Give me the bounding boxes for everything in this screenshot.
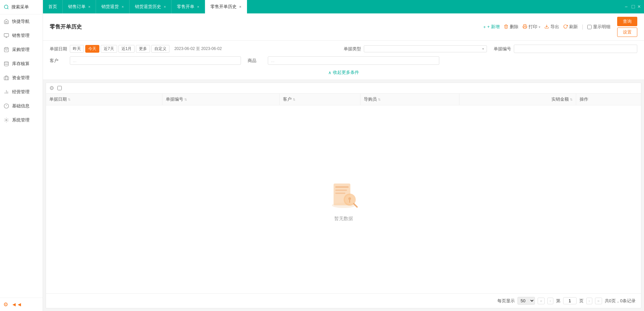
tab-bar: 首页 销售订单 × 销货退货 × 销货退货历史 × 零售开单 × 零售开单历史 …	[43, 0, 644, 13]
tab-retail-open-close[interactable]: ×	[197, 5, 199, 9]
refresh-button[interactable]: 刷新	[563, 24, 578, 30]
col-customer-sort[interactable]: 客户 ⇅	[283, 96, 295, 102]
show-detail-checkbox[interactable]	[587, 25, 592, 29]
sidebar-item-inventory[interactable]: 库存核算	[0, 57, 43, 71]
pagination: 每页显示 50 100 200 « ‹ 第 页 › » 共0页，0条记录	[46, 293, 641, 308]
tab-sales-order[interactable]: 销售订单 ×	[63, 0, 96, 13]
tab-home[interactable]: 首页	[43, 0, 63, 13]
sidebar-item-system[interactable]: 系统管理	[0, 113, 43, 127]
sidebar-item-basic-info[interactable]: 基础信息	[0, 99, 43, 113]
tab-bar-actions: － □ ×	[620, 3, 644, 10]
col-customer[interactable]: 客户 ⇅	[279, 94, 360, 105]
date-btn-custom[interactable]: 自定义	[151, 45, 169, 53]
date-btn-today[interactable]: 今天	[85, 45, 99, 53]
tab-sales-return-close[interactable]: ×	[121, 5, 123, 9]
select-all-checkbox[interactable]	[57, 86, 62, 90]
tab-retail-open-history-label: 零售开单历史	[210, 4, 237, 10]
tab-retail-open[interactable]: 零售开单 ×	[171, 0, 205, 13]
collapse-button[interactable]: ∧ 收起更多条件	[328, 69, 359, 75]
svg-rect-21	[335, 193, 345, 194]
page-size-select[interactable]: 50 100 200	[517, 297, 535, 305]
toolbar-divider: |	[582, 24, 583, 30]
tab-retail-open-history-close[interactable]: ×	[239, 5, 241, 9]
filter-goods-col: 商品 ...	[248, 56, 439, 65]
table-header: 单据日期 ⇅ 单据编号 ⇅ 客户	[46, 94, 641, 105]
type-filter-label: 单据类型	[344, 46, 364, 52]
svg-point-6	[4, 61, 8, 63]
tab-sales-return-history-close[interactable]: ×	[164, 5, 166, 9]
tab-sales-order-close[interactable]: ×	[88, 5, 90, 9]
col-guide-label: 导购员	[364, 96, 377, 102]
sidebar-item-label: 库存核算	[12, 61, 30, 67]
col-guide-sort[interactable]: 导购员 ⇅	[364, 96, 381, 102]
export-label: 导出	[550, 24, 559, 30]
svg-point-0	[4, 5, 8, 9]
export-button[interactable]: 导出	[544, 24, 559, 30]
col-date-sort[interactable]: 单据日期 ⇅	[49, 96, 70, 102]
sidebar-item-purchase-mgmt[interactable]: 采购管理	[0, 43, 43, 57]
date-btn-7days[interactable]: 近7天	[101, 45, 117, 53]
filter-row-1: 单据日期 昨天 今天 近7天 近1月 更多 自定义 2023-06-02 至 2…	[50, 45, 637, 53]
sidebar-item-operations[interactable]: 经营管理	[0, 85, 43, 99]
filter-row-2: 客户 ... 商品 ...	[50, 56, 637, 65]
operations-icon	[3, 89, 9, 95]
col-date[interactable]: 单据日期 ⇅	[46, 94, 162, 105]
sidebar-item-sales-mgmt[interactable]: 销售管理	[0, 29, 43, 43]
customer-filter-select[interactable]: ...	[70, 56, 241, 65]
date-btn-more[interactable]: 更多	[136, 45, 150, 53]
filter-area: 单据日期 昨天 今天 近7天 近1月 更多 自定义 2023-06-02 至 2…	[43, 41, 644, 80]
sidebar-item-finance[interactable]: 资金管理	[0, 71, 43, 85]
goods-filter-label: 商品	[248, 58, 268, 64]
page-total-info: 共0页，0条记录	[605, 298, 636, 304]
page-label: 页	[579, 298, 584, 304]
prev-page-button[interactable]: ‹	[547, 298, 553, 304]
show-detail-checkbox-label[interactable]: 显示明细	[587, 24, 610, 30]
settings-button[interactable]: 设置	[617, 28, 637, 37]
date-buttons: 昨天 今天 近7天 近1月 更多 自定义	[70, 45, 169, 53]
sidebar-item-label: 快捷导航	[12, 18, 30, 24]
col-amount-sort[interactable]: 实销金额 ⇅	[551, 96, 573, 102]
sidebar-item-quick-nav[interactable]: 快捷导航	[0, 14, 43, 29]
collapse-icon[interactable]: ◄◄	[11, 302, 22, 308]
first-page-button[interactable]: «	[538, 298, 545, 304]
inventory-icon	[3, 61, 9, 67]
purchase-icon	[3, 47, 9, 53]
number-filter-input[interactable]	[514, 45, 637, 53]
goods-filter-select[interactable]: ...	[268, 56, 439, 65]
tab-retail-open-history[interactable]: 零售开单历史 ×	[205, 0, 247, 13]
col-number-sort-icon: ⇅	[184, 98, 187, 101]
tab-sales-return[interactable]: 销货退货 ×	[96, 0, 129, 13]
refresh-label: 刷新	[569, 24, 578, 30]
sidebar-item-label: 采购管理	[12, 47, 30, 53]
col-guide[interactable]: 导购员 ⇅	[360, 94, 459, 105]
sidebar-search-label: 搜索采单	[11, 4, 29, 10]
add-button[interactable]: + + 新增	[483, 24, 500, 30]
page-number-input[interactable]	[563, 297, 577, 304]
col-number[interactable]: 单据编号 ⇅	[162, 94, 280, 105]
settings-icon[interactable]: ⚙	[3, 301, 8, 308]
tab-sales-return-label: 销货退货	[101, 4, 119, 10]
date-filter-label: 单据日期	[50, 46, 70, 52]
delete-button[interactable]: 删除	[504, 24, 518, 30]
print-button[interactable]: 打印 ▾	[523, 24, 540, 30]
minimize-button[interactable]: －	[624, 3, 629, 10]
col-number-sort[interactable]: 单据编号 ⇅	[166, 96, 187, 102]
date-btn-1month[interactable]: 近1月	[118, 45, 135, 53]
sidebar-search[interactable]: 搜索采单	[0, 0, 43, 14]
tab-sales-return-history[interactable]: 销货退货历史 ×	[130, 0, 171, 13]
next-page-button[interactable]: ›	[586, 298, 592, 304]
col-amount[interactable]: 实销金额 ⇅	[459, 94, 576, 105]
last-page-button[interactable]: »	[595, 298, 602, 304]
sidebar-item-label: 销售管理	[12, 33, 30, 39]
type-select-arrow: ▾	[482, 47, 484, 51]
table-settings-icon[interactable]: ⚙	[49, 85, 54, 91]
date-btn-yesterday[interactable]: 昨天	[70, 45, 84, 53]
sidebar: 搜索采单 快捷导航 销售管理 采购管理 库存核算	[0, 0, 43, 311]
type-filter-select[interactable]: ▾	[364, 45, 487, 52]
system-icon	[3, 117, 9, 123]
maximize-button[interactable]: □	[632, 4, 635, 10]
query-button[interactable]: 查询	[617, 17, 637, 26]
search-icon	[3, 4, 9, 10]
close-window-button[interactable]: ×	[638, 4, 641, 10]
table-toolbar: ⚙	[46, 83, 641, 94]
